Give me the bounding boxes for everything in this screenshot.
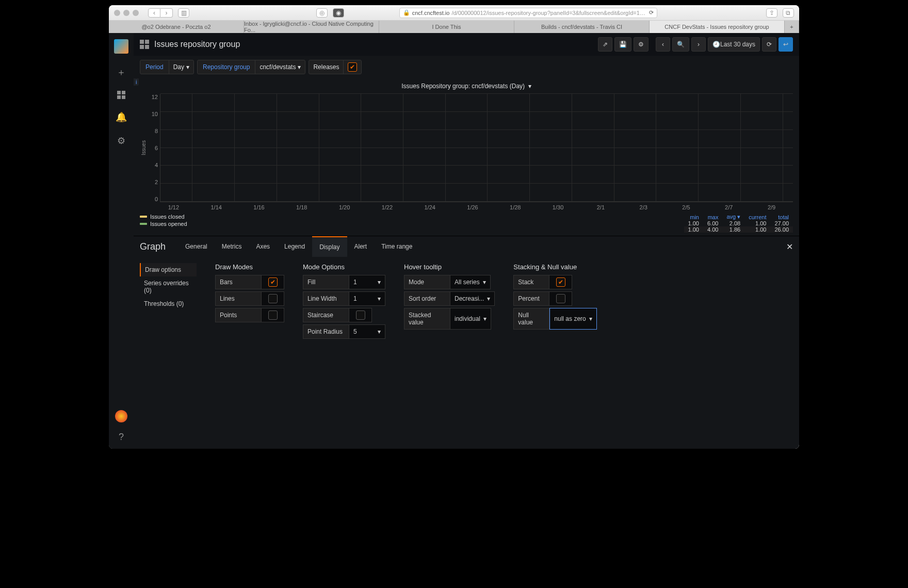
editor-tab[interactable]: Metrics <box>215 236 249 257</box>
hover-sort-select[interactable]: Decreasi...▾ <box>450 291 495 306</box>
hover-mode-select[interactable]: All series▾ <box>450 275 491 289</box>
check-icon: ✔ <box>348 62 357 72</box>
time-range-button[interactable]: 🕘 Last 30 days <box>708 37 760 52</box>
bars-toggle[interactable]: ✔ <box>262 275 284 289</box>
app-sidebar: ＋ 🔔 ⚙ ? <box>109 33 134 449</box>
chart-title[interactable]: Issues Repository group: cncf/devstats (… <box>140 80 793 94</box>
nav-fwd-button[interactable]: › <box>160 8 173 18</box>
tabs-icon[interactable]: ⧉ <box>783 8 794 18</box>
pointradius-select[interactable]: 5▾ <box>349 324 385 339</box>
refresh-button[interactable]: ⟳ <box>762 37 776 52</box>
section-title: Draw Modes <box>215 263 284 271</box>
editor-tab[interactable]: Display <box>312 236 347 257</box>
browser-tab[interactable]: Builds - cncf/devstats - Travis CI <box>514 21 650 33</box>
share-icon[interactable]: ⇪ <box>766 8 777 18</box>
chevron-down-icon: ▾ <box>298 63 301 71</box>
lines-label: Lines <box>215 291 262 306</box>
hover-sort-label: Sort order <box>404 291 450 306</box>
chart-legend: Issues closedIssues opened minmaxavg ▾cu… <box>134 210 799 236</box>
share-button[interactable]: ⇗ <box>598 37 612 52</box>
traffic-close-icon[interactable] <box>114 10 120 16</box>
repo-label: Repository group <box>198 63 255 71</box>
x-axis: 1/121/141/161/181/201/221/241/261/281/30… <box>152 202 793 210</box>
editor-tab[interactable]: Alert <box>347 236 375 257</box>
zoom-out-button[interactable]: 🔍 <box>672 37 689 52</box>
url-bar[interactable]: 🔒 cncf.cncftest.io /d/000000012/issues-r… <box>399 8 657 18</box>
stacking-section: Stacking & Null value Stack✔ Percent Nul… <box>513 263 596 341</box>
fill-select[interactable]: 1▾ <box>349 275 385 289</box>
help-icon[interactable]: ? <box>119 432 124 443</box>
hover-stacked-label: Stacked value <box>404 308 450 330</box>
back-button[interactable]: ↩ <box>779 37 793 52</box>
chart-panel: i Issues Repository group: cncf/devstats… <box>134 78 799 210</box>
nav-back-button[interactable]: ‹ <box>148 8 160 18</box>
staircase-toggle[interactable] <box>349 308 372 322</box>
browser-tab[interactable]: I Done This <box>379 21 514 33</box>
y-axis: 121086420 <box>148 94 160 202</box>
editor-subnav: Draw optionsSeries overrides (0)Threshol… <box>140 263 197 341</box>
fill-label: Fill <box>303 275 349 289</box>
lines-toggle[interactable] <box>262 291 284 306</box>
hover-tooltip-section: Hover tooltip ModeAll series▾ Sort order… <box>404 263 495 341</box>
subnav-item[interactable]: Thresholds (0) <box>140 297 197 311</box>
hover-mode-label: Mode <box>404 275 450 289</box>
editor-tab[interactable]: Time range <box>374 236 419 257</box>
traffic-max-icon[interactable] <box>133 10 139 16</box>
page-title: Issues repository group <box>154 40 240 49</box>
shield-icon[interactable]: ◎ <box>316 8 328 18</box>
hover-stacked-select[interactable]: individual▾ <box>450 308 491 330</box>
alert-bell-icon[interactable]: 🔔 <box>116 111 127 123</box>
reader-icon[interactable]: ◉ <box>333 8 344 18</box>
mode-options-section: Mode Options Fill1▾ Line Width1▾ Stairca… <box>303 263 385 341</box>
section-title: Hover tooltip <box>404 263 495 271</box>
dash-header: Issues repository group ⇗ 💾 ⚙ ‹ 🔍 › 🕘 La… <box>134 33 799 56</box>
period-select[interactable]: Period Day▾ <box>140 60 194 74</box>
legend-item[interactable]: Issues closed <box>140 214 187 220</box>
subnav-item[interactable]: Series overrides (0) <box>140 276 197 297</box>
browser-tab[interactable]: CNCF DevStats - Issues repository group <box>650 21 785 33</box>
nullvalue-select[interactable]: null as zero▾ <box>549 308 596 330</box>
app-logo-icon[interactable] <box>114 39 128 54</box>
bars-label: Bars <box>215 275 262 289</box>
reload-icon[interactable]: ⟳ <box>649 9 654 16</box>
chart-plot[interactable] <box>160 94 793 202</box>
chevron-down-icon: ▾ <box>186 63 189 71</box>
editor-tab[interactable]: Legend <box>277 236 312 257</box>
settings-button[interactable]: ⚙ <box>634 37 648 52</box>
repo-group-select[interactable]: Repository group cncf/devstats▾ <box>197 60 305 74</box>
browser-tabs: @o2 Odebrane - Poczta o2Inbox - lgryglic… <box>109 21 799 33</box>
new-tab-button[interactable]: + <box>785 21 799 33</box>
info-icon[interactable]: i <box>134 78 139 86</box>
stack-toggle[interactable]: ✔ <box>549 275 572 289</box>
editor-tab[interactable]: General <box>178 236 215 257</box>
traffic-min-icon[interactable] <box>123 10 129 16</box>
browser-tab[interactable]: @o2 Odebrane - Poczta o2 <box>109 21 244 33</box>
editor-tab[interactable]: Axes <box>249 236 277 257</box>
browser-tab[interactable]: Inbox - lgryglicki@cncf.io - Cloud Nativ… <box>244 21 379 33</box>
section-title: Mode Options <box>303 263 385 271</box>
period-label: Period <box>140 63 169 71</box>
sidebar-toggle-icon[interactable]: ▥ <box>178 8 189 18</box>
save-button[interactable]: 💾 <box>614 37 631 52</box>
panel-editor: Graph GeneralMetricsAxesLegendDisplayAle… <box>134 236 799 347</box>
section-title: Stacking & Null value <box>513 263 596 271</box>
close-icon[interactable]: ✕ <box>786 242 793 252</box>
lock-icon: 🔒 <box>403 9 410 16</box>
draw-modes-section: Draw Modes Bars✔ Lines Points <box>215 263 284 341</box>
nav-left-button[interactable]: ‹ <box>656 37 670 52</box>
percent-toggle[interactable] <box>549 291 572 306</box>
dashboard-icon <box>140 40 149 49</box>
staircase-label: Staircase <box>303 308 349 322</box>
subnav-item[interactable]: Draw options <box>140 263 197 276</box>
legend-item[interactable]: Issues opened <box>140 221 187 227</box>
add-icon[interactable]: ＋ <box>117 66 126 78</box>
gear-icon[interactable]: ⚙ <box>117 135 125 146</box>
points-toggle[interactable] <box>262 308 284 322</box>
stack-label: Stack <box>513 275 549 289</box>
releases-toggle[interactable]: Releases ✔ <box>309 60 362 74</box>
panel-type-label[interactable]: Graph <box>140 241 166 252</box>
linewidth-select[interactable]: 1▾ <box>349 291 385 306</box>
nav-right-button[interactable]: › <box>691 37 706 52</box>
dashboards-icon[interactable] <box>117 91 125 99</box>
avatar[interactable] <box>115 410 127 422</box>
